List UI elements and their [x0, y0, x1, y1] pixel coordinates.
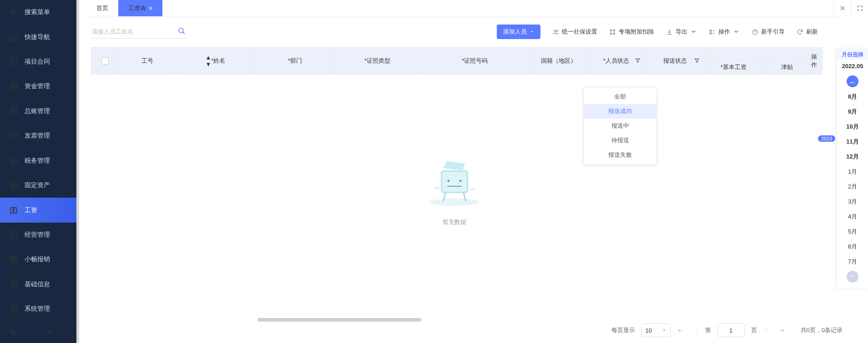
month-item[interactable]: 2月: [837, 179, 868, 194]
perpage-label: 每页显示: [611, 326, 635, 334]
sort-icon[interactable]: ▲▼: [206, 54, 212, 68]
toolbar-ops[interactable]: 操作: [709, 28, 740, 36]
th-label: 报送状态: [663, 57, 687, 65]
toolbar-label: 新手引导: [761, 28, 785, 36]
month-item[interactable]: 8月: [837, 89, 868, 104]
page-stats: 共0页，0条记录: [801, 326, 843, 334]
filter-option-all[interactable]: 全部: [584, 89, 656, 104]
sidebar-item-biz[interactable]: 经营管理: [0, 223, 76, 247]
th-op: 操作: [811, 48, 822, 74]
month-scroll-down[interactable]: ︾: [847, 271, 858, 283]
close-button[interactable]: [833, 0, 851, 16]
sidebar-item-asset[interactable]: 固定资产: [0, 173, 76, 198]
sidebar-label: 固定资产: [25, 181, 50, 189]
th-dept[interactable]: *部门: [255, 48, 335, 74]
th-rstat[interactable]: 报送状态: [646, 48, 705, 74]
sidebar-item-funds[interactable]: 资金管理: [0, 74, 76, 99]
toolbar-guide[interactable]: 新手引导: [752, 28, 785, 36]
filter-dropdown: 全部 报送成功 报送中 待报送 报送失败: [584, 87, 656, 164]
sidebar-item-quicknav[interactable]: 快捷导航: [0, 25, 76, 49]
empty-text: 暂无数据: [86, 218, 823, 226]
sidebar-label: 工资: [25, 206, 37, 214]
toolbar-label: 专项附加扣除: [619, 28, 654, 36]
sidebar-label: 发票管理: [25, 132, 50, 140]
svg-point-10: [13, 259, 14, 260]
fullscreen-button[interactable]: [851, 0, 868, 16]
month-item[interactable]: 9月: [837, 104, 868, 119]
filter-option-success[interactable]: 报送成功: [584, 104, 656, 119]
month-item[interactable]: 11月: [837, 134, 868, 149]
collapse-icon[interactable]: [45, 328, 53, 337]
toolbar-label: 导出: [676, 28, 687, 36]
toolbar-export[interactable]: 导出: [666, 28, 697, 36]
toolbar-deduct[interactable]: 专项附加扣除: [609, 28, 654, 36]
svg-rect-18: [710, 32, 712, 34]
th-ctype[interactable]: *证照类型: [335, 48, 420, 74]
th-label: *人员状态: [603, 57, 629, 65]
sidebar-scrollbar[interactable]: [76, 0, 79, 343]
year-badge: 2023: [818, 135, 835, 142]
month-item[interactable]: 1月: [837, 164, 868, 179]
sidebar-item-invoice[interactable]: 发票管理: [0, 124, 76, 148]
gear-icon[interactable]: [9, 328, 17, 337]
page-prev-icon[interactable]: 〈: [691, 326, 699, 334]
sidebar-label: 税务管理: [25, 157, 50, 165]
svg-point-6: [12, 184, 15, 187]
month-year: 2022.05: [837, 60, 868, 73]
th-name[interactable]: ▲▼ *姓名: [176, 48, 255, 74]
empty-illustration: [420, 150, 489, 209]
sidebar-item-contract[interactable]: 项目合同: [0, 50, 76, 74]
filter-icon[interactable]: [635, 58, 641, 65]
month-item[interactable]: 7月: [837, 254, 868, 269]
th-bsal[interactable]: *基本工资: [705, 60, 763, 74]
month-item[interactable]: 3月: [837, 194, 868, 209]
asset-icon: [9, 181, 18, 190]
th-id[interactable]: 工号: [119, 48, 176, 74]
page-input[interactable]: [717, 323, 745, 337]
sidebar-item-ledger[interactable]: 总账管理: [0, 99, 76, 124]
sidebar-item-tax[interactable]: 税务管理: [0, 149, 76, 173]
month-head: 月份选择: [837, 49, 868, 60]
checkbox[interactable]: [101, 57, 109, 65]
tab-close-icon[interactable]: ×: [149, 5, 152, 11]
month-item[interactable]: 6月: [837, 239, 868, 254]
search-input[interactable]: [91, 25, 187, 39]
sidebar-item-search[interactable]: 搜索菜单: [0, 0, 76, 25]
toolbar: 添加人员 统一社保设置 专项附加扣除 导出 操作 新手引导 刷新: [86, 16, 823, 47]
filter-option-ing[interactable]: 报送中: [584, 119, 656, 133]
month-item[interactable]: 10月: [837, 119, 868, 134]
tab-label: 首页: [96, 0, 108, 16]
pagesize-select[interactable]: 10: [641, 323, 671, 337]
page-next-icon[interactable]: 〉: [763, 326, 772, 334]
filter-icon[interactable]: [694, 58, 700, 65]
tab-home[interactable]: 首页: [86, 0, 118, 16]
toolbar-refresh[interactable]: 刷新: [797, 28, 818, 36]
page-first-icon[interactable]: ⇤: [677, 327, 684, 334]
filter-option-wait[interactable]: 待报送: [584, 133, 656, 148]
add-person-button[interactable]: 添加人员: [497, 25, 540, 39]
toolbar-label: 统一社保设置: [562, 28, 597, 36]
page-last-icon[interactable]: ⇥: [778, 327, 785, 334]
th-cnum[interactable]: *证照号码: [420, 48, 530, 74]
sidebar-label: 总账管理: [25, 107, 50, 115]
month-scroll-up[interactable]: ︽: [847, 75, 858, 87]
sidebar-item-salary[interactable]: 工资: [0, 198, 76, 222]
toolbar-social[interactable]: 统一社保设置: [552, 28, 597, 36]
search-icon: [9, 8, 18, 17]
ledger-icon: [9, 107, 18, 116]
sidebar-item-system[interactable]: 系统管理: [0, 297, 76, 321]
th-nat[interactable]: 国籍（地区）: [530, 48, 587, 74]
filter-option-fail[interactable]: 报送失败: [584, 148, 656, 162]
month-item[interactable]: 5月: [837, 224, 868, 239]
search-icon[interactable]: [178, 27, 186, 37]
month-item[interactable]: 12月: [837, 149, 868, 164]
tab-label: 工资表: [128, 0, 146, 16]
sidebar-label: 资金管理: [25, 82, 50, 90]
empty-state: 暂无数据: [86, 150, 823, 226]
month-item[interactable]: 4月: [837, 209, 868, 224]
tab-salary[interactable]: 工资表 ×: [118, 0, 162, 16]
th-pstat[interactable]: *人员状态: [587, 48, 646, 74]
sidebar-item-basic[interactable]: 基础信息: [0, 272, 76, 297]
sidebar-item-expense[interactable]: 小畅报销: [0, 247, 76, 272]
th-allow[interactable]: 津贴: [763, 60, 811, 74]
